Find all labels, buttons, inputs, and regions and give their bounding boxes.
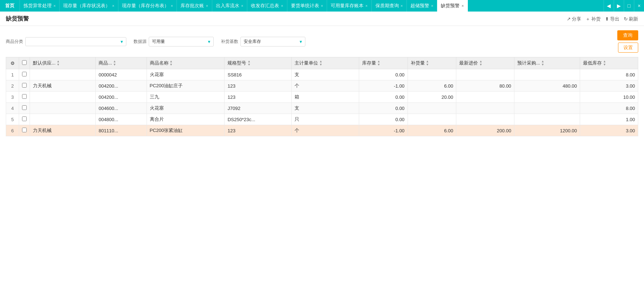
nav-controls: ◀ ▶ □ × — [604, 0, 644, 12]
replenish-icon: ＋ — [586, 16, 590, 22]
replenish-sort-icon: ▲▼ — [426, 60, 429, 66]
min-stock-cell: 1.00 — [580, 114, 638, 125]
stock-cell: 0.00 — [359, 92, 408, 103]
tab-8[interactable]: 可用量库存账本 × — [327, 0, 371, 12]
code-cell: 0000042 — [96, 69, 147, 80]
page-title: 缺货预警 — [6, 15, 29, 23]
col-name[interactable]: 商品名称 ▲▼ — [147, 57, 225, 69]
row-checkbox-cell[interactable] — [19, 125, 30, 136]
code-cell: 004600... — [96, 103, 147, 114]
row-checkbox-cell[interactable] — [19, 80, 30, 92]
unit-cell: 个 — [292, 125, 359, 136]
table-row: 4 004600... 火花塞 J7092 支 0.00 8.00 — [6, 103, 638, 114]
table-row: 5 004800... 离合片 DS250*23c... 只 0.00 1.00 — [6, 114, 638, 125]
seq-cell: 2 — [6, 80, 19, 92]
category-select[interactable]: ▾ — [25, 37, 126, 46]
est-purchase-cell: 480.00 — [514, 80, 580, 92]
row-checkbox[interactable] — [22, 116, 27, 121]
tab-4[interactable]: 库存批次账 × — [177, 0, 212, 12]
row-checkbox-cell[interactable] — [19, 69, 30, 80]
close-tab-11[interactable]: × — [461, 4, 464, 8]
col-replenish[interactable]: 补货量 ▲▼ — [408, 57, 456, 69]
col-gear[interactable]: ⚙ — [6, 57, 19, 69]
row-checkbox[interactable] — [22, 83, 27, 88]
close-tab-8[interactable]: × — [365, 4, 367, 8]
nav-next-btn[interactable]: ▶ — [614, 0, 624, 12]
col-spec[interactable]: 规格型号 ▲▼ — [225, 57, 292, 69]
replenish-label: 补货 — [591, 16, 601, 22]
close-tab-4[interactable]: × — [206, 4, 208, 8]
tab-6[interactable]: 收发存汇总表 × — [247, 0, 287, 12]
refresh-button[interactable]: ↻ 刷新 — [624, 16, 638, 22]
nav-window-btn[interactable]: □ — [624, 0, 634, 12]
code-cell: 004200... — [96, 80, 147, 92]
last-price-cell — [456, 69, 514, 80]
col-supplier[interactable]: 默认供应... ▲▼ — [30, 57, 96, 69]
estpurchase-sort-icon: ▲▼ — [541, 60, 544, 66]
table-row: 2 力天机械 004200... PC200油缸庄子 123 个 -1.00 6… — [6, 80, 638, 92]
tab-9[interactable]: 保质期查询 × — [372, 0, 407, 12]
close-tab-1[interactable]: × — [53, 4, 56, 8]
tab-7[interactable]: 要货单统计表 × — [287, 0, 327, 12]
table-row: 6 力天机械 801110... PC200张紧油缸 123 个 -1.00 6… — [6, 125, 638, 136]
est-purchase-cell: 1200.00 — [514, 125, 580, 136]
export-button[interactable]: ⬆ 导出 — [605, 16, 619, 22]
row-checkbox-cell[interactable] — [19, 114, 30, 125]
col-stock[interactable]: 库存量 ▲▼ — [359, 57, 408, 69]
page-header: 缺货预警 ↗ 分享 ＋ 补货 ⬆ 导出 ↻ 刷新 — [0, 12, 644, 26]
tab-11-active[interactable]: 缺货预警 × — [437, 0, 467, 12]
col-checkbox-all[interactable] — [19, 57, 30, 69]
datasource-select[interactable]: 可用量 ▾ — [149, 37, 214, 47]
query-button[interactable]: 查询 — [617, 30, 638, 40]
spec-cell: J7092 — [225, 103, 292, 114]
replenish-button[interactable]: ＋ 补货 — [586, 16, 601, 22]
replenish-base-select[interactable]: 安全库存 ▾ — [240, 37, 305, 47]
col-min-stock[interactable]: 最低库存 ▲▼ — [580, 57, 638, 69]
last-price-cell — [456, 92, 514, 103]
row-checkbox-cell[interactable] — [19, 103, 30, 114]
row-checkbox[interactable] — [22, 105, 27, 110]
nav-tabs: 首页 拣货异常处理 × 现存量（库存状况表） × 现存量（库存分布表） × 库存… — [0, 0, 644, 12]
col-code[interactable]: 商品... ▲▼ — [96, 57, 147, 69]
stock-cell: -1.00 — [359, 80, 408, 92]
min-stock-cell: 8.00 — [580, 103, 638, 114]
table-body: 1 0000042 火花塞 SS816 支 0.00 8.00 2 力天机械 0… — [6, 69, 638, 136]
col-est-purchase[interactable]: 预计采购... ▲▼ — [514, 57, 580, 69]
supplier-cell — [30, 92, 96, 103]
unit-cell: 箱 — [292, 92, 359, 103]
filter-bar: 商品分类 ▾ 数据源 可用量 ▾ 补货基数 安全库存 ▾ 查询 设置 — [0, 26, 644, 57]
tab-5[interactable]: 出入库流水 × — [212, 0, 247, 12]
replenish-cell — [408, 69, 456, 80]
tab-1[interactable]: 拣货异常处理 × — [20, 0, 60, 12]
supplier-cell — [30, 114, 96, 125]
close-tab-10[interactable]: × — [431, 4, 433, 8]
close-tab-3[interactable]: × — [171, 4, 173, 8]
row-checkbox[interactable] — [22, 94, 27, 99]
tab-3[interactable]: 现存量（库存分布表） × — [118, 0, 177, 12]
min-stock-cell: 10.00 — [580, 92, 638, 103]
name-cell: PC200油缸庄子 — [147, 80, 225, 92]
share-button[interactable]: ↗ 分享 — [567, 16, 581, 22]
col-unit[interactable]: 主计量单位 ▲▼ — [292, 57, 359, 69]
close-tab-9[interactable]: × — [401, 4, 403, 8]
close-tab-7[interactable]: × — [321, 4, 323, 8]
supplier-cell: 力天机械 — [30, 80, 96, 92]
min-stock-cell: 3.00 — [580, 125, 638, 136]
nav-prev-btn[interactable]: ◀ — [604, 0, 614, 12]
tab-10[interactable]: 超储预警 × — [407, 0, 437, 12]
gear-icon: ⚙ — [10, 61, 15, 66]
tab-home[interactable]: 首页 — [0, 0, 20, 12]
close-tab-5[interactable]: × — [241, 4, 243, 8]
tab-2[interactable]: 现存量（库存状况表） × — [60, 0, 118, 12]
nav-close-btn[interactable]: × — [634, 0, 644, 12]
settings-button[interactable]: 设置 — [618, 43, 638, 53]
row-checkbox-cell[interactable] — [19, 92, 30, 103]
close-tab-2[interactable]: × — [112, 4, 114, 8]
name-cell: 三九 — [147, 92, 225, 103]
supplier-cell — [30, 103, 96, 114]
row-checkbox[interactable] — [22, 128, 27, 132]
col-last-price[interactable]: 最新进价 ▲▼ — [456, 57, 514, 69]
row-checkbox[interactable] — [22, 72, 27, 76]
select-all-checkbox[interactable] — [22, 60, 27, 65]
close-tab-6[interactable]: × — [281, 4, 283, 8]
